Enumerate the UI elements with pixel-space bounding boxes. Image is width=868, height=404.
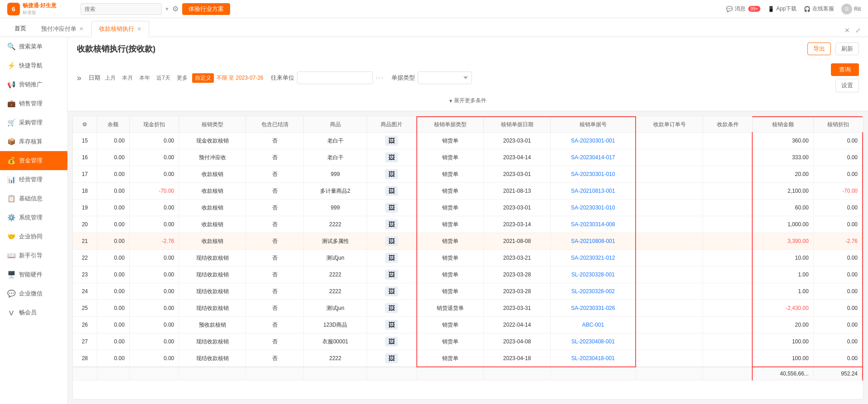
date-range: 不限 至 2023-07-26 — [217, 74, 264, 82]
sidebar-item-9[interactable]: ⚙️系统管理 — [0, 208, 67, 227]
cell-goods-image-12: 🖼 — [367, 333, 416, 350]
sidebar-icon-1: ⚡ — [7, 62, 15, 70]
page-title: 收款核销执行(按收款) — [77, 43, 156, 54]
cell-cash-discount-5: 0.00 — [129, 216, 179, 233]
cell-goods-image-9: 🖼 — [367, 283, 416, 300]
cell-cancel-type-13: 现结收款核销 — [179, 350, 246, 367]
cell-bill-no-11: ABC-001 — [551, 317, 636, 333]
tab-receipt-cancel[interactable]: 收款核销执行 ✕ — [91, 21, 149, 37]
bill-no-link-1[interactable]: SA-20230414-017 — [571, 154, 615, 161]
tab-home[interactable]: 首页 — [7, 20, 33, 37]
close-tab-receipt[interactable]: ✕ — [137, 26, 142, 32]
message-button[interactable]: 💬 消息 99+ — [726, 5, 760, 13]
cell-cancel-amount-11: 20.00 — [752, 317, 813, 333]
date-last-month[interactable]: 上月 — [103, 73, 118, 83]
sidebar-item-4[interactable]: 🛒采购管理 — [0, 113, 67, 132]
partner-more-icon[interactable]: ··· — [376, 74, 384, 82]
sidebar-item-2[interactable]: 📢营销推广 — [0, 75, 67, 94]
expand-more-button[interactable]: ▾ 展开更多条件 — [449, 97, 486, 105]
cell-bill-date-13: 2023-04-18 — [484, 350, 551, 367]
cell-bill-date-7: 2023-03-21 — [484, 250, 551, 266]
refresh-button[interactable]: 刷新 — [835, 43, 859, 55]
date-this-year[interactable]: 本年 — [137, 73, 152, 83]
main-content: 收款核销执行(按收款) 导出 刷新 » 日期 上月 本月 本年 近7天 更多 — [68, 37, 868, 404]
bill-no-link-3[interactable]: SA-20210813-001 — [571, 188, 615, 194]
chevron-down-icon[interactable]: ▾ — [165, 5, 169, 12]
date-more[interactable]: 更多 — [175, 73, 189, 83]
cell-cancel-amount-10: -2,430.00 — [752, 300, 813, 317]
search-input[interactable] — [80, 3, 162, 15]
filter-toggle-icon[interactable]: » — [77, 73, 81, 83]
cell-cancel-amount-12: 100.00 — [752, 333, 813, 350]
cell-cash-discount-9: 0.00 — [129, 283, 179, 300]
bill-no-link-11[interactable]: ABC-001 — [582, 322, 604, 328]
cell-bill-date-1: 2023-04-14 — [484, 149, 551, 166]
sidebar-item-3[interactable]: 💼销售管理 — [0, 94, 67, 113]
date-this-month[interactable]: 本月 — [120, 73, 135, 83]
sidebar-item-0[interactable]: 🔍搜索菜单 — [0, 37, 67, 56]
bill-no-link-5[interactable]: SA-20230314-008 — [571, 221, 615, 228]
cell-bill-type-1: 销货单 — [417, 149, 484, 166]
sidebar-item-6[interactable]: 💰资金管理 — [0, 151, 67, 170]
date-7days[interactable]: 近7天 — [155, 73, 172, 83]
cell-cancel-type-1: 预付冲应收 — [179, 149, 246, 166]
sidebar-item-14[interactable]: V畅会员 — [0, 303, 67, 322]
sidebar-icon-9: ⚙️ — [7, 214, 15, 222]
cell-receipt-terms-0 — [703, 133, 753, 149]
sidebar-icon-11: 📖 — [7, 252, 15, 260]
cell-bill-date-10: 2023-03-31 — [484, 300, 551, 317]
sidebar-item-1[interactable]: ⚡快捷导航 — [0, 56, 67, 75]
app-download-button[interactable]: 📱 App下载 — [768, 5, 797, 13]
cell-cancel-discount-13: 0.00 — [813, 350, 863, 367]
cell-include-settled-7: 否 — [245, 250, 304, 266]
cell-goods-9: 2222 — [304, 283, 367, 300]
cell-receipt-order-12 — [636, 333, 703, 350]
cell-cancel-discount-12: 0.00 — [813, 333, 863, 350]
cell-include-settled-10: 否 — [245, 300, 304, 317]
bill-no-link-10[interactable]: SA-20230331-026 — [571, 305, 615, 311]
service-icon: 🎧 — [804, 6, 811, 12]
sidebar-item-12[interactable]: 🖥️智能硬件 — [0, 265, 67, 284]
table-row: 150.000.00现金收款核销否老白干🖼销货单2023-03-01SA-202… — [73, 133, 863, 149]
bill-no-link-9[interactable]: SL-20230328-002 — [571, 288, 615, 295]
bill-type-filter: 单据类型 — [392, 71, 472, 84]
settings-button[interactable]: 设置 — [835, 79, 859, 92]
sidebar-item-11[interactable]: 📖新手引导 — [0, 246, 67, 265]
close-tab-prepay[interactable]: ✕ — [79, 26, 84, 32]
bill-no-link-4[interactable]: SA-20230301-010 — [571, 204, 615, 211]
industry-button[interactable]: 体验行业方案 — [182, 3, 230, 15]
query-button[interactable]: 查询 — [831, 63, 859, 76]
bill-no-link-0[interactable]: SA-20230301-001 — [571, 138, 615, 144]
table-row: 250.000.00现结收款核销否测试jun🖼销货退货单2023-03-31SA… — [73, 300, 863, 317]
cell-balance-4: 0.00 — [97, 200, 129, 216]
bill-type-select[interactable] — [418, 71, 472, 84]
online-service-button[interactable]: 🎧 在线客服 — [804, 5, 834, 13]
tab-prepay[interactable]: 预付冲应付单 ✕ — [33, 20, 91, 37]
cell-goods-8: 2222 — [304, 266, 367, 283]
bill-no-link-12[interactable]: SL-20230408-001 — [571, 338, 615, 345]
sidebar-item-7[interactable]: 📊经营管理 — [0, 170, 67, 189]
bill-no-link-8[interactable]: SL-20230328-001 — [571, 271, 615, 278]
col-header-receipt_order_no: 收款单订单号 — [636, 117, 703, 133]
partner-input[interactable] — [297, 71, 373, 84]
date-custom[interactable]: 自定义 — [192, 73, 214, 83]
sidebar-label-5: 库存核算 — [19, 138, 42, 146]
export-button[interactable]: 导出 — [807, 43, 831, 55]
sidebar-item-10[interactable]: 🤝企业协同 — [0, 227, 67, 246]
cell-bill-date-2: 2023-03-01 — [484, 166, 551, 183]
cell-include-settled-13: 否 — [245, 350, 304, 367]
sidebar-item-13[interactable]: 💬企业微信 — [0, 284, 67, 303]
sidebar-item-8[interactable]: 📋基础信息 — [0, 189, 67, 208]
window-close-icon[interactable]: ✕ — [844, 27, 850, 34]
user-menu[interactable]: R Rit — [841, 4, 861, 14]
bill-no-link-6[interactable]: SA-20210808-001 — [571, 238, 615, 244]
cell-receipt-order-11 — [636, 317, 703, 333]
bill-no-link-2[interactable]: SA-20230301-010 — [571, 171, 615, 177]
bill-no-link-7[interactable]: SA-20230321-012 — [571, 255, 615, 261]
sidebar-item-5[interactable]: 📦库存核算 — [0, 132, 67, 151]
gear-icon[interactable]: ⚙ — [172, 5, 179, 13]
sidebar-label-10: 企业协同 — [19, 233, 42, 241]
cell-rownum-5: 20 — [73, 216, 97, 233]
bill-no-link-13[interactable]: SL-20230418-001 — [571, 355, 615, 361]
window-expand-icon[interactable]: ⤢ — [855, 27, 861, 34]
